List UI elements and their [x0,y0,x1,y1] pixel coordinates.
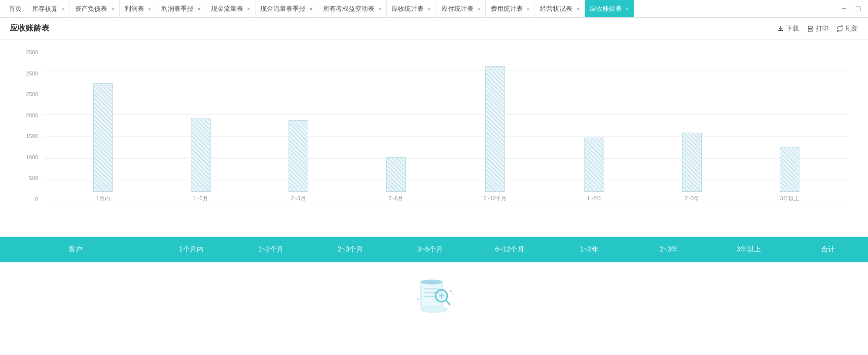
bar-3y-plus [780,147,799,192]
tab-home[interactable]: 首页 [4,0,27,18]
svg-rect-0 [778,30,783,31]
y-label-1000: 1000 [26,154,38,160]
tab-profit[interactable]: 利润表 × [120,0,156,18]
tab-close-ap-stat[interactable]: × [477,6,480,12]
tab-close-balance[interactable]: × [111,6,114,12]
th-2-3y: 2~3年 [629,245,709,254]
svg-rect-2 [808,26,812,29]
bar-1m [93,83,113,192]
tab-cashflow-quarterly[interactable]: 现金流量表季报 × [255,0,318,18]
th-1m: 1个月内 [151,245,231,254]
tab-close-inventory[interactable]: × [62,6,65,12]
refresh-button[interactable]: 刷新 [836,24,858,33]
bar-2-3m [289,120,308,192]
bar-group-3-6m: 3~6月 [386,157,406,202]
bar-group-1-2y: 1~2年 [584,138,604,202]
th-customer: 客户 [0,245,151,254]
th-total: 合计 [789,245,868,254]
y-label-0: 0 [35,196,38,202]
page-header: 应收账龄表 下载 打印 刷新 [0,18,868,39]
bar-3-6m [386,157,406,192]
table-header: 客户 1个月内 1~2个月 2~3个月 3~6个月 6~12个月 1~2年 2~… [0,237,868,262]
bar-label-1-2m: 1~2月 [193,195,208,202]
bar-label-6-12m: 6~12个月 [484,195,507,202]
y-label-1500: 1500 [26,133,38,139]
bar-2-3y [682,133,702,192]
tab-expense-stat[interactable]: 费用统计表 × [486,0,535,18]
tab-close-profit-quarterly[interactable]: × [197,6,200,12]
y-label-500: 500 [29,175,38,181]
bar-label-1-2y: 1~2年 [587,195,602,202]
bar-group-2-3m: 2~3月 [289,120,308,202]
empty-state [0,262,868,326]
empty-illustration [409,272,459,317]
y-label-2500c: 2500 [26,91,38,97]
svg-point-17 [452,293,454,295]
download-button[interactable]: 下载 [777,24,799,33]
tab-bar-actions: − □ [838,3,864,15]
bar-1-2m [191,118,211,192]
svg-point-16 [450,290,452,292]
tab-profit-quarterly[interactable]: 利润表季报 × [156,0,206,18]
refresh-icon [836,25,843,32]
y-label-2500a: 2500 [26,49,38,55]
bar-group-1-2m: 1~2月 [191,118,211,202]
th-3y-plus: 3年以上 [709,245,788,254]
svg-point-3 [811,29,812,29]
chart-inner: 1月内 1~2月 2~3月 3~6月 [44,49,848,202]
tab-ar-aging[interactable]: 应收账龄表 × [585,0,634,18]
main-content: 2500 2500 2500 2000 1500 1000 500 0 [0,39,868,355]
tab-close-equity[interactable]: × [378,6,381,12]
minimize-icon[interactable]: − [838,3,850,15]
chart-container: 2500 2500 2500 2000 1500 1000 500 0 [20,49,848,217]
th-3-6m: 3~6个月 [390,245,470,254]
chart-area: 2500 2500 2500 2000 1500 1000 500 0 [0,39,868,237]
th-1-2y: 1~2年 [549,245,629,254]
bar-group-6-12m: 6~12个月 [484,66,507,202]
header-actions: 下载 打印 刷新 [777,24,858,33]
th-6-12m: 6~12个月 [470,245,549,254]
svg-point-10 [420,280,443,284]
tab-close-operation[interactable]: × [576,6,579,12]
tab-ar-stat[interactable]: 应收统计表 × [387,0,436,18]
print-button[interactable]: 打印 [807,24,829,33]
y-label-2500b: 2500 [26,71,38,76]
tab-ap-stat[interactable]: 应付统计表 × [436,0,486,18]
tab-equity[interactable]: 所有者权益变动表 × [318,0,387,18]
download-icon [777,25,784,32]
tab-close-ar-stat[interactable]: × [428,6,431,12]
y-label-2000: 2000 [26,112,38,118]
bar-label-3y-plus: 3年以上 [780,195,799,202]
bar-1-2y [584,138,604,192]
bar-label-2-3y: 2~3年 [685,195,699,202]
tab-close-expense-stat[interactable]: × [527,6,530,12]
tab-cashflow[interactable]: 现金流量表 × [206,0,255,18]
bar-label-3-6m: 3~6月 [389,195,403,202]
tab-balance[interactable]: 资产负债表 × [70,0,119,18]
bar-group-3y-plus: 3年以上 [780,147,799,202]
bar-group-2-3y: 2~3年 [682,133,702,202]
maximize-icon[interactable]: □ [852,3,864,15]
bar-label-1m: 1月内 [96,195,110,202]
svg-line-13 [446,300,450,305]
page-title: 应收账龄表 [10,23,49,34]
tab-close-cashflow[interactable]: × [247,6,250,12]
th-2-3m: 2~3个月 [311,245,390,254]
svg-rect-1 [808,30,812,32]
tab-close-ar-aging[interactable]: × [626,6,629,12]
tab-close-cashflow-quarterly[interactable]: × [309,6,312,12]
svg-point-18 [417,298,419,300]
chart-y-axis: 2500 2500 2500 2000 1500 1000 500 0 [20,49,42,202]
bar-6-12m [485,66,505,192]
bar-group-1m: 1月内 [93,83,113,202]
bars-container: 1月内 1~2月 2~3月 3~6月 [44,49,848,202]
bar-label-2-3m: 2~3月 [291,195,306,202]
tab-inventory[interactable]: 库存核算 × [27,0,70,18]
tab-bar: 首页 库存核算 × 资产负债表 × 利润表 × 利润表季报 × 现金流量表 × … [0,0,868,18]
print-icon [807,25,814,32]
th-1-2m: 1~2个月 [231,245,310,254]
tab-operation[interactable]: 经营状况表 × [535,0,584,18]
tab-close-profit[interactable]: × [148,6,151,12]
